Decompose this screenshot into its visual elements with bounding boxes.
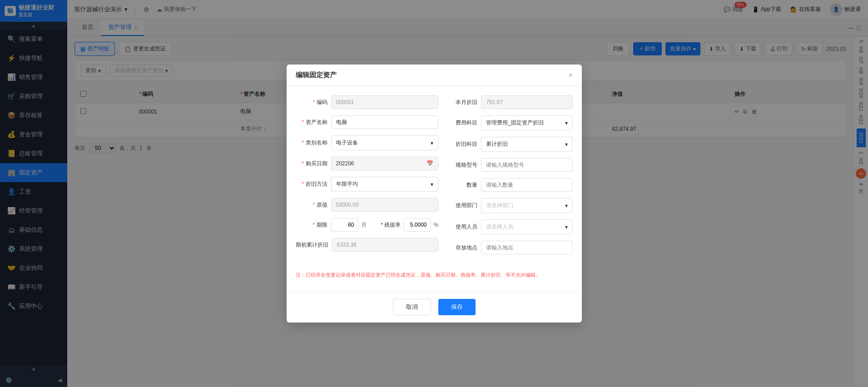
category-label: * 类别名称 xyxy=(296,139,327,147)
dept-select-icon: ▾ xyxy=(565,203,568,209)
dialog-footer: 取消 保存 xyxy=(287,291,582,322)
original-value-row: * 原值 xyxy=(296,198,439,212)
category-select-icon: ▾ xyxy=(431,140,433,146)
monthly-depr-input xyxy=(481,95,572,109)
dept-placeholder: 请选择部门 xyxy=(486,202,513,209)
cancel-button[interactable]: 取消 xyxy=(393,299,431,315)
asset-name-input[interactable] xyxy=(331,115,439,129)
asset-name-row: * 资产名称 xyxy=(296,115,439,129)
period-label: * 期限 xyxy=(296,221,327,229)
code-row: * 编码 xyxy=(296,95,439,109)
code-label: * 编码 xyxy=(296,99,327,106)
period-input[interactable] xyxy=(331,218,358,232)
category-select-value: 电子设备 xyxy=(336,139,358,147)
expense-subject-value: 管理费用_固定资产折旧 xyxy=(486,119,544,127)
spec-label: 规格型号 xyxy=(446,161,477,169)
person-placeholder: 请选择人员 xyxy=(486,223,513,231)
monthly-depr-label: 本月折旧 xyxy=(446,99,477,106)
quantity-input[interactable] xyxy=(481,178,572,192)
dialog-right-col: 本月折旧 费用科目 管理费用_固定资产折旧 ▾ 折旧科目 xyxy=(446,95,572,261)
opening-depr-input[interactable] xyxy=(332,238,439,252)
purchase-date-input[interactable]: 202206 📅 xyxy=(331,157,439,170)
dept-label: 使用部门 xyxy=(446,202,477,209)
person-select[interactable]: 请选择人员 ▾ xyxy=(481,219,572,234)
dialog-close-btn[interactable]: × xyxy=(568,72,572,79)
dialog-left-col: * 编码 * 资产名称 * 类别名称 xyxy=(296,95,439,261)
person-select-icon: ▾ xyxy=(565,224,568,230)
period-unit: 月 xyxy=(361,221,367,229)
monthly-depr-row: 本月折旧 xyxy=(446,95,572,109)
dialog-overlay: 编辑固定资产 × * 编码 * 资产名称 xyxy=(0,0,868,387)
opening-depr-label: 期初累计折旧 xyxy=(296,241,328,249)
spec-row: 规格型号 xyxy=(446,158,572,172)
quantity-label: 数量 xyxy=(446,181,477,189)
depr-method-label: * 折旧方法 xyxy=(296,180,327,188)
original-value-input[interactable] xyxy=(331,198,439,212)
residual-rate-input[interactable] xyxy=(404,218,431,232)
opening-depr-row: 期初累计折旧 xyxy=(296,238,439,252)
purchase-date-label: * 购买日期 xyxy=(296,160,327,168)
expense-subject-select[interactable]: 管理费用_固定资产折旧 ▾ xyxy=(481,115,572,130)
category-row: * 类别名称 电子设备 ▾ xyxy=(296,135,439,150)
depr-subject-row: 折旧科目 累计折旧 ▾ xyxy=(446,137,572,152)
expense-subject-icon: ▾ xyxy=(565,120,568,126)
dialog-header: 编辑固定资产 × xyxy=(287,64,582,86)
purchase-date-row: * 购买日期 202206 📅 xyxy=(296,157,439,170)
expense-subject-label: 费用科目 xyxy=(446,119,477,127)
depr-subject-value: 累计折旧 xyxy=(486,140,508,148)
depr-method-select[interactable]: 年限平均 ▾ xyxy=(331,177,439,192)
depr-subject-select[interactable]: 累计折旧 ▾ xyxy=(481,137,572,152)
depr-subject-icon: ▾ xyxy=(565,141,568,148)
residual-rate-label: * 残值率 xyxy=(369,221,401,229)
dialog-grid: * 编码 * 资产名称 * 类别名称 xyxy=(296,95,573,261)
location-input[interactable] xyxy=(481,241,572,254)
quantity-row: 数量 xyxy=(446,178,572,192)
code-input[interactable] xyxy=(331,95,439,109)
dialog-note: 注：已经存在变更记录或者对应固定资产已经生成凭证，原值、购买日期、残值率、累计折… xyxy=(296,268,573,282)
period-residual-inline: 月 * 残值率 % xyxy=(331,218,439,232)
residual-rate-unit: % xyxy=(434,222,439,228)
original-value-label: * 原值 xyxy=(296,201,327,209)
edit-asset-dialog: 编辑固定资产 × * 编码 * 资产名称 xyxy=(287,64,582,322)
location-label: 存放地点 xyxy=(446,244,477,252)
spec-input[interactable] xyxy=(481,158,572,172)
expense-subject-row: 费用科目 管理费用_固定资产折旧 ▾ xyxy=(446,115,572,130)
depr-method-row: * 折旧方法 年限平均 ▾ xyxy=(296,177,439,192)
person-row: 使用人员 请选择人员 ▾ xyxy=(446,219,572,234)
save-button[interactable]: 保存 xyxy=(438,299,476,315)
depr-subject-label: 折旧科目 xyxy=(446,140,477,148)
period-residual-row: * 期限 月 * 残值率 % xyxy=(296,218,439,232)
dept-select[interactable]: 请选择部门 ▾ xyxy=(481,198,572,213)
dept-row: 使用部门 请选择部门 ▾ xyxy=(446,198,572,213)
person-label: 使用人员 xyxy=(446,223,477,231)
location-row: 存放地点 xyxy=(446,241,572,254)
dialog-title: 编辑固定资产 xyxy=(296,71,337,79)
calendar-icon: 📅 xyxy=(427,160,433,167)
category-select[interactable]: 电子设备 ▾ xyxy=(331,135,439,150)
purchase-date-value: 202206 xyxy=(336,160,354,167)
dialog-body: * 编码 * 资产名称 * 类别名称 xyxy=(287,86,582,291)
depr-method-value: 年限平均 xyxy=(336,180,358,188)
depr-method-icon: ▾ xyxy=(431,181,433,188)
asset-name-label: * 资产名称 xyxy=(296,119,327,126)
